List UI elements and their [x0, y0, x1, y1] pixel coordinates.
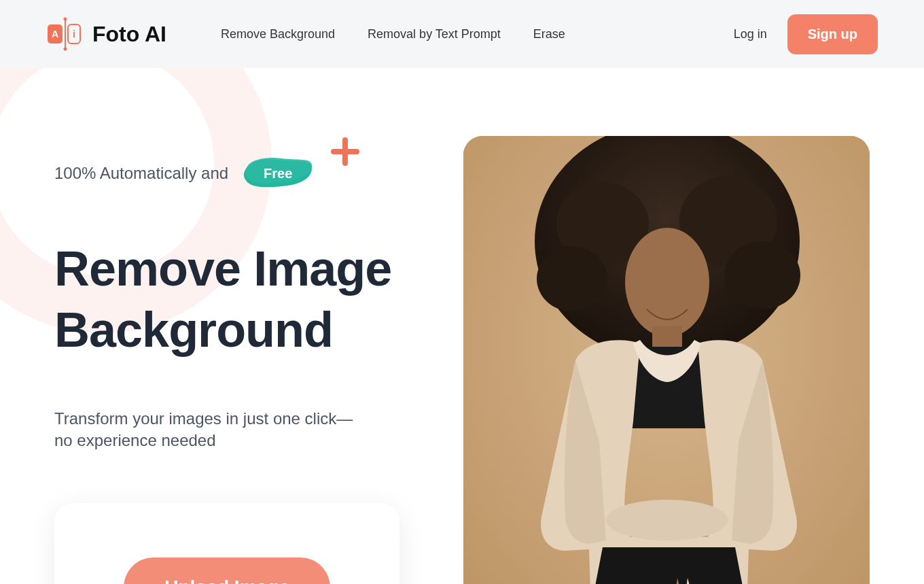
signup-button[interactable]: Sign up — [787, 14, 878, 54]
login-link[interactable]: Log in — [734, 27, 767, 41]
svg-point-3 — [64, 18, 67, 21]
page-headline: Remove Image Background — [54, 238, 462, 360]
hero-left: 100% Automatically and Free Remove Image… — [54, 68, 462, 584]
hero-image — [463, 136, 870, 584]
svg-point-13 — [537, 246, 607, 311]
upload-card: Upload Image — [54, 503, 399, 584]
svg-point-17 — [606, 500, 728, 540]
nav-removal-by-text[interactable]: Removal by Text Prompt — [368, 27, 501, 41]
logo-icon: A i — [46, 16, 82, 52]
svg-rect-8 — [331, 149, 359, 154]
svg-text:i: i — [73, 29, 75, 39]
main-content: 100% Automatically and Free Remove Image… — [0, 68, 924, 584]
logo[interactable]: A i Foto AI — [46, 16, 166, 52]
free-badge-label: Free — [264, 166, 292, 182]
svg-text:A: A — [52, 29, 58, 39]
hero-right — [463, 68, 870, 584]
tagline-row: 100% Automatically and Free — [54, 150, 462, 197]
upload-image-button[interactable]: Upload Image — [124, 557, 330, 584]
plus-icon — [330, 136, 361, 170]
tagline-text: 100% Automatically and — [54, 164, 228, 183]
main-nav: Remove Background Removal by Text Prompt… — [221, 27, 565, 41]
svg-point-14 — [724, 241, 800, 309]
nav-remove-background[interactable]: Remove Background — [221, 27, 335, 41]
hero-subtext: Transform your images in just one click—… — [54, 408, 353, 452]
header-actions: Log in Sign up — [734, 14, 878, 54]
brand-name: Foto AI — [92, 22, 166, 47]
svg-point-4 — [64, 48, 67, 51]
header: A i Foto AI Remove Background Removal by… — [0, 0, 924, 68]
free-badge: Free — [241, 150, 315, 197]
nav-erase[interactable]: Erase — [533, 27, 565, 41]
